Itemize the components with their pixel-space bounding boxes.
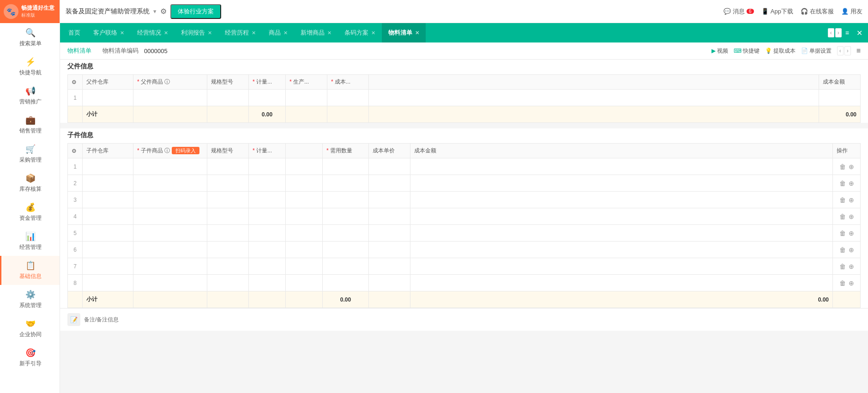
child-unit-cost-7[interactable] <box>369 258 410 275</box>
nav-tab-4[interactable]: 经营历程✕ <box>218 23 262 42</box>
view-action[interactable]: ▶ 视频 <box>711 47 728 55</box>
child-spec-2[interactable] <box>207 175 249 192</box>
sidebar-item-9[interactable]: ⚙️系统管理 <box>0 285 60 314</box>
single-setting-action[interactable]: 📄 单据设置 <box>801 47 832 55</box>
child-product-8[interactable] <box>133 275 207 291</box>
nav-tab-close-8[interactable]: ✕ <box>415 30 419 36</box>
child-unit-1[interactable] <box>249 158 286 175</box>
child-warehouse-5[interactable] <box>83 225 133 242</box>
child-product-2[interactable] <box>133 175 207 192</box>
child-spec-5[interactable] <box>207 225 249 242</box>
nav-tab-7[interactable]: 条码方案✕ <box>338 23 382 42</box>
child-spec-8[interactable] <box>207 275 249 291</box>
child-warehouse-2[interactable] <box>83 175 133 192</box>
child-warehouse-7[interactable] <box>83 258 133 275</box>
nav-tab-close-5[interactable]: ✕ <box>283 30 288 36</box>
parent-warehouse-cell[interactable] <box>83 90 133 106</box>
page-prev-arrow[interactable]: ‹ <box>837 46 844 55</box>
copy-icon-8[interactable]: ⊕ <box>849 279 854 287</box>
nav-tab-close-2[interactable]: ✕ <box>164 30 168 36</box>
copy-icon-6[interactable]: ⊕ <box>849 246 854 254</box>
child-qty-4[interactable] <box>323 208 369 225</box>
sidebar-item-6[interactable]: 💰资金管理 <box>0 198 60 227</box>
nav-close-all[interactable]: ≡ <box>842 29 853 36</box>
note-icon[interactable]: 📝 <box>67 313 80 326</box>
child-unit-cost-2[interactable] <box>369 175 410 192</box>
delete-icon-2[interactable]: 🗑 <box>839 180 846 187</box>
child-qty-3[interactable] <box>323 192 369 208</box>
sidebar-item-2[interactable]: 📢营销推广 <box>0 81 60 110</box>
nav-tab-2[interactable]: 经营情况✕ <box>131 23 175 42</box>
nav-tab-1[interactable]: 客户联络✕ <box>87 23 131 42</box>
sidebar-item-10[interactable]: 🤝企业协同 <box>0 314 60 343</box>
nav-right-arrow[interactable]: › <box>835 28 842 37</box>
nav-tab-8[interactable]: 物料清单✕ <box>382 23 426 42</box>
child-unit-cost-3[interactable] <box>369 192 410 208</box>
breadcrumb-home[interactable]: 物料清单 <box>67 47 91 55</box>
page-next-arrow[interactable]: › <box>844 46 851 55</box>
child-warehouse-3[interactable] <box>83 192 133 208</box>
child-warehouse-6[interactable] <box>83 242 133 258</box>
message-item[interactable]: 💬 消息 6 <box>723 7 754 16</box>
child-unit-cost-1[interactable] <box>369 158 410 175</box>
nav-tab-close-1[interactable]: ✕ <box>120 30 124 36</box>
child-spec-4[interactable] <box>207 208 249 225</box>
sidebar-item-5[interactable]: 📦库存核算 <box>0 169 60 198</box>
delete-icon-7[interactable]: 🗑 <box>839 263 846 270</box>
child-product-6[interactable] <box>133 242 207 258</box>
copy-icon-7[interactable]: ⊕ <box>849 263 854 270</box>
nav-tab-6[interactable]: 新增商品✕ <box>294 23 338 42</box>
child-unit-3[interactable] <box>249 192 286 208</box>
child-unit-7[interactable] <box>249 258 286 275</box>
child-unit-5[interactable] <box>249 225 286 242</box>
child-unit-cost-6[interactable] <box>369 242 410 258</box>
child-warehouse-1[interactable] <box>83 158 133 175</box>
sidebar-item-1[interactable]: ⚡快捷导航 <box>0 52 60 81</box>
child-qty-2[interactable] <box>323 175 369 192</box>
trial-button[interactable]: 体验行业方案 <box>170 4 221 19</box>
nav-tab-close-7[interactable]: ✕ <box>371 30 375 36</box>
parent-cost-cell[interactable] <box>327 90 369 106</box>
extract-cost-action[interactable]: 💡 提取成本 <box>765 47 796 55</box>
sidebar-item-4[interactable]: 🛒采购管理 <box>0 139 60 169</box>
child-product-3[interactable] <box>133 192 207 208</box>
nav-tab-close-3[interactable]: ✕ <box>208 30 212 36</box>
delete-icon-1[interactable]: 🗑 <box>839 163 846 170</box>
sidebar-item-0[interactable]: 🔍搜索菜单 <box>0 23 60 52</box>
delete-icon-3[interactable]: 🗑 <box>839 196 846 204</box>
nav-tab-close-4[interactable]: ✕ <box>252 30 256 36</box>
copy-icon-2[interactable]: ⊕ <box>849 180 854 187</box>
child-unit-8[interactable] <box>249 275 286 291</box>
app-download-item[interactable]: 📱 App下载 <box>761 7 793 16</box>
child-warehouse-4[interactable] <box>83 208 133 225</box>
delete-icon-8[interactable]: 🗑 <box>839 279 846 287</box>
settings-icon[interactable]: ⚙ <box>160 7 167 16</box>
copy-icon-4[interactable]: ⊕ <box>849 213 854 220</box>
copy-icon-5[interactable]: ⊕ <box>849 230 854 237</box>
child-unit-cost-8[interactable] <box>369 275 410 291</box>
sidebar-item-3[interactable]: 💼销售管理 <box>0 110 60 139</box>
list-view-icon[interactable]: ≡ <box>856 47 861 55</box>
delete-icon-4[interactable]: 🗑 <box>839 213 846 220</box>
child-qty-1[interactable] <box>323 158 369 175</box>
child-qty-6[interactable] <box>323 242 369 258</box>
online-service-item[interactable]: 🎧 在线客服 <box>801 7 834 16</box>
parent-spec-cell[interactable] <box>207 90 249 106</box>
child-product-5[interactable] <box>133 225 207 242</box>
child-unit-6[interactable] <box>249 242 286 258</box>
sidebar-item-7[interactable]: 📊经营管理 <box>0 227 60 256</box>
child-unit-cost-5[interactable] <box>369 225 410 242</box>
child-product-1[interactable] <box>133 158 207 175</box>
shortcut-action[interactable]: ⌨ 快捷键 <box>734 47 760 55</box>
child-warehouse-8[interactable] <box>83 275 133 291</box>
parent-product-cell[interactable] <box>133 90 207 106</box>
child-product-7[interactable] <box>133 258 207 275</box>
child-qty-7[interactable] <box>323 258 369 275</box>
user-item[interactable]: 👤 用友 <box>841 7 862 16</box>
child-unit-4[interactable] <box>249 208 286 225</box>
scan-button[interactable]: 扫码录入 <box>172 147 199 154</box>
delete-icon-5[interactable]: 🗑 <box>839 230 846 237</box>
parent-production-cell[interactable] <box>286 90 327 106</box>
nav-left-arrow[interactable]: ‹ <box>828 28 834 37</box>
delete-icon-6[interactable]: 🗑 <box>839 246 846 254</box>
